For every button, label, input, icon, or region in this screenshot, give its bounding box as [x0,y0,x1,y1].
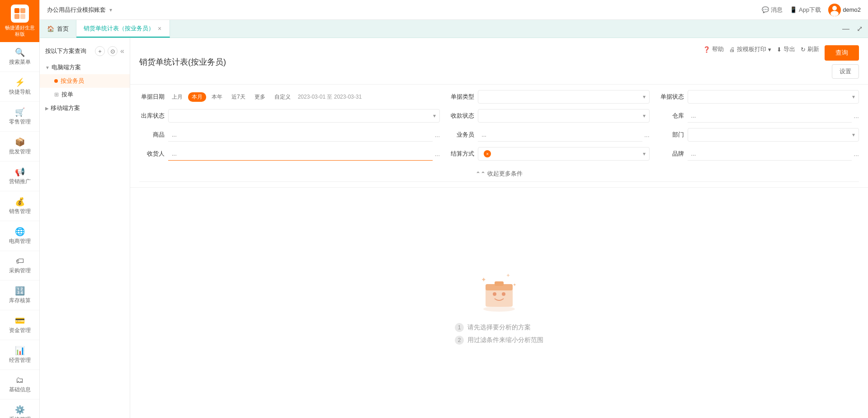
brand-more[interactable]: ... [854,150,859,157]
brand-input[interactable] [688,147,852,161]
filter-brand: 品牌 ... [659,147,859,161]
mobile-icon: 📱 [790,6,797,13]
svg-point-11 [502,292,505,296]
help-btn[interactable]: ❓ 帮助 [703,45,724,53]
tab-home-label: 首页 [57,25,69,33]
query-button[interactable]: 查询 [825,45,859,61]
sidebar-item-base[interactable]: 🗂 基础信息 [0,370,39,399]
sidebar-item-quicknav[interactable]: ⚡ 快捷导航 [0,72,39,102]
date-tab-custom[interactable]: 自定义 [271,92,294,102]
date-tab-thismonth[interactable]: 本月 [188,92,206,102]
date-tab-more[interactable]: 更多 [251,92,269,102]
doctype-select[interactable]: ▾ [478,90,649,104]
goods-input[interactable] [168,128,433,142]
topbar: 办公用品行业模拟账套 ▾ 💬 消息 📱 App下载 demo2 [40,0,868,20]
sidebar-item-ecommerce[interactable]: 🌐 电商管理 [0,221,39,251]
user-area[interactable]: demo2 [828,4,861,16]
tab-maximize-btn[interactable]: ⤢ [855,23,864,35]
sidebar-item-retail[interactable]: 🛒 零售管理 [0,102,39,132]
sidebar-item-sales[interactable]: 💰 销售管理 [0,191,39,221]
sidebar-label-sales: 销售管理 [9,208,31,215]
tree-parent-mobile-label: 移动端方案 [51,104,80,112]
print-btn[interactable]: 🖨 按模板打印 ▾ [729,45,771,53]
help-label: 帮助 [712,45,724,53]
sidebar-item-operations[interactable]: 📊 经营管理 [0,340,39,370]
tree-section: ▼ 电脑端方案 按业务员 ⊞ 按单 ▶ 移动端方案 [40,59,130,117]
tree-parent-mobile[interactable]: ▶ 移动端方案 [40,101,130,115]
tab-home[interactable]: 🏠 首页 [40,20,76,38]
home-icon: 🏠 [47,25,54,32]
grid-icon: ⊞ [54,91,59,98]
panel-add-btn[interactable]: + [95,46,105,56]
chevron-up-icon: ⌃⌃ [476,171,486,177]
main-area: 办公用品行业模拟账套 ▾ 💬 消息 📱 App下载 demo2 🏠 首页 [40,0,868,418]
filter-settle: 结算方式 × ▾ [449,147,649,161]
salesperson-input[interactable] [478,128,642,142]
tree-child-order[interactable]: ⊞ 按单 [40,88,130,101]
panel-collapse-btn[interactable]: « [120,47,124,55]
workspace-title: 办公用品行业模拟账套 [47,6,106,14]
filter-area: 单据日期 上月 本月 本年 近7天 更多 自定义 2023-03-01 至 20… [130,85,868,188]
filter-goods: 商品 ... [139,128,440,142]
goods-more[interactable]: ... [434,131,440,138]
empty-tip-1: 1 请先选择要分析的方案 [455,323,543,332]
dept-select[interactable]: ▾ [688,128,859,142]
sidebar-item-wholesale[interactable]: 📦 批发管理 [0,132,39,162]
inventory-icon: 🔢 [15,286,25,296]
date-tab-thisyear[interactable]: 本年 [208,92,226,102]
tree-parent-desktop[interactable]: ▼ 电脑端方案 [40,61,130,74]
docstatus-select[interactable]: ▾ [688,90,859,104]
tree-child-salesperson[interactable]: 按业务员 [40,74,130,88]
app-download-action[interactable]: 📱 App下载 [790,6,821,14]
outstatus-select[interactable]: ▾ [168,109,440,123]
recvstatus-select[interactable]: ▾ [478,109,649,123]
active-indicator [54,79,58,83]
consignee-more[interactable]: ... [434,150,440,157]
docstatus-label: 单据状态 [659,93,684,101]
svg-text:✦: ✦ [513,282,516,287]
date-tab-lastmonth[interactable]: 上月 [168,92,186,102]
sidebar-label-inventory: 库存核算 [9,297,31,304]
sidebar-item-marketing[interactable]: 📢 营销推广 [0,162,39,191]
tree-child-order-label: 按单 [61,90,73,99]
settings-button[interactable]: 设置 [832,64,859,79]
tree-expand-mobile-icon: ▶ [45,106,49,111]
svg-point-5 [830,11,839,16]
export-label: 导出 [783,45,795,53]
recvstatus-arrow: ▾ [643,113,646,119]
svg-rect-1 [20,8,25,13]
settle-select[interactable]: × ▾ [478,147,649,161]
export-btn[interactable]: ⬇ 导出 [777,45,795,53]
quicknav-icon: ⚡ [15,77,25,87]
tab-minimize-btn[interactable]: — [840,23,851,35]
outstatus-arrow: ▾ [433,113,436,119]
tab-sales-stat[interactable]: 销货单统计表（按业务员） × [76,20,170,38]
logo-area[interactable]: 畅捷通好生意 标版 [0,0,39,42]
sidebar-item-finance[interactable]: 💳 资金管理 [0,310,39,340]
workspace-dropdown[interactable]: ▾ [109,7,112,13]
warehouse-input[interactable] [688,109,852,123]
sidebar: 畅捷通好生意 标版 🔍 搜索菜单 ⚡ 快捷导航 🛒 零售管理 📦 批发管理 📢 … [0,0,40,418]
filter-dept: 部门 ▾ [659,128,859,142]
message-action[interactable]: 💬 消息 [762,6,783,14]
consignee-input[interactable] [168,147,433,161]
filter-date: 单据日期 上月 本月 本年 近7天 更多 自定义 2023-03-01 至 20… [139,92,440,102]
sidebar-item-system[interactable]: ⚙️ 系统管理 [0,399,39,418]
sidebar-item-search[interactable]: 🔍 搜索菜单 [0,42,39,72]
sidebar-item-purchase[interactable]: 🏷 采购管理 [0,251,39,280]
message-label: 消息 [771,6,783,14]
date-tab-7days[interactable]: 近7天 [228,92,249,102]
panel-settings-btn[interactable]: ⊙ [108,46,118,56]
tree-expand-icon: ▼ [45,65,50,70]
settle-clear-btn[interactable]: × [484,150,491,157]
collapse-btn[interactable]: ⌃⌃ 收起更多条件 [476,170,523,178]
sidebar-label-base: 基础信息 [9,386,31,394]
tip-text-2: 用过滤条件来缩小分析范围 [467,336,543,344]
sidebar-label-purchase: 采购管理 [9,267,31,275]
sidebar-item-inventory[interactable]: 🔢 库存核算 [0,280,39,310]
user-name[interactable]: demo2 [843,6,861,13]
refresh-btn[interactable]: ↻ 刷新 [801,45,819,53]
tab-close-icon[interactable]: × [157,25,162,32]
salesperson-more[interactable]: ... [644,131,650,138]
warehouse-more[interactable]: ... [854,112,859,119]
